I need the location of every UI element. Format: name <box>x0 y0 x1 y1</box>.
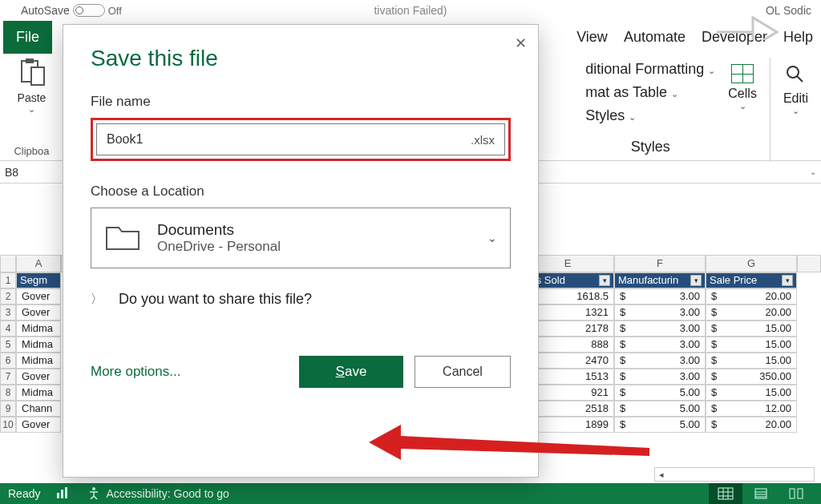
select-all-corner[interactable] <box>0 255 16 272</box>
cell-segment[interactable]: Gover <box>16 288 61 304</box>
name-box[interactable]: B8 <box>0 163 63 181</box>
row-header[interactable]: 10 <box>0 417 16 433</box>
clipboard-group-label: Clipboa <box>14 145 49 157</box>
autosave-label: AutoSave <box>21 4 70 17</box>
col-header-g[interactable]: G <box>706 255 797 272</box>
cell-manufacturing[interactable]: $5.00 <box>614 417 706 433</box>
cell-manufacturing[interactable]: $3.00 <box>614 321 706 337</box>
row-header[interactable]: 8 <box>0 385 16 401</box>
cell-segment[interactable]: Chann <box>16 401 61 417</box>
autosave-state: Off <box>108 5 122 17</box>
editing-label: Editi <box>783 91 808 106</box>
cell-sale-price[interactable]: $15.00 <box>706 353 797 369</box>
cell-manufacturing[interactable]: $5.00 <box>614 385 706 401</box>
filter-icon[interactable]: ▾ <box>690 275 702 286</box>
formula-expand-icon[interactable]: ⌄ <box>805 167 821 176</box>
dialog-title: Save this file <box>91 46 511 71</box>
tab-view[interactable]: View <box>568 29 616 46</box>
tab-help[interactable]: Help <box>775 29 821 46</box>
share-prompt: Do you want to share this file? <box>119 291 312 308</box>
page-break-view-button[interactable] <box>779 483 813 504</box>
row-header[interactable]: 9 <box>0 401 16 417</box>
format-as-table-button[interactable]: mat as Table ⌄ <box>585 81 715 104</box>
location-picker[interactable]: Documents OneDrive - Personal ⌄ <box>91 208 511 268</box>
cell-styles-button[interactable]: Styles ⌄ <box>585 104 715 127</box>
cell-sale-price[interactable]: $15.00 <box>706 385 797 401</box>
location-text: Documents OneDrive - Personal <box>157 221 281 255</box>
normal-view-button[interactable] <box>709 483 742 504</box>
cell-sale-price[interactable]: $12.00 <box>706 401 797 417</box>
row-header[interactable]: 4 <box>0 321 16 337</box>
cell-manufacturing[interactable]: $3.00 <box>614 337 706 353</box>
file-tab[interactable]: File <box>3 21 52 54</box>
cell-segment[interactable]: Gover <box>16 417 61 433</box>
close-button[interactable]: ✕ <box>515 34 527 52</box>
accessibility-text[interactable]: Accessibility: Good to go <box>106 487 229 500</box>
header-cell-sale-price[interactable]: Sale Price▾ <box>706 272 797 288</box>
location-caret-icon[interactable]: ⌄ <box>487 232 497 244</box>
row-header[interactable]: 6 <box>0 353 16 369</box>
editing-button[interactable]: Editi ⌄ <box>783 58 808 116</box>
styles-group-label: Styles <box>585 139 715 155</box>
paste-label: Paste <box>18 91 47 104</box>
cells-button[interactable]: Cells ⌄ <box>728 58 757 111</box>
header-cell-segment[interactable]: Segm <box>16 272 61 288</box>
cell-manufacturing[interactable]: $3.00 <box>614 369 706 385</box>
cell-segment[interactable]: Midma <box>16 385 61 401</box>
cell-sale-price[interactable]: $15.00 <box>706 337 797 353</box>
share-arrow-icon <box>709 0 781 42</box>
filter-icon[interactable]: ▾ <box>782 275 793 286</box>
cell-manufacturing[interactable]: $5.00 <box>614 401 706 417</box>
tab-automate[interactable]: Automate <box>616 29 694 46</box>
scroll-left-icon[interactable]: ◂ <box>655 470 668 480</box>
horizontal-scrollbar[interactable]: ◂ <box>654 467 815 482</box>
cell-sale-price[interactable]: $15.00 <box>706 321 797 337</box>
header-cell-manufacturing[interactable]: Manufacturin▾ <box>614 272 706 288</box>
dialog-footer: More options... Save Cancel <box>91 356 511 388</box>
cells-caret-icon: ⌄ <box>739 101 746 111</box>
cell-manufacturing[interactable]: $3.00 <box>614 304 706 321</box>
cell-manufacturing[interactable]: $3.00 <box>614 353 706 369</box>
filename-label: File name <box>91 94 511 110</box>
page-layout-view-button[interactable] <box>744 483 778 504</box>
cancel-button[interactable]: Cancel <box>415 356 511 388</box>
cell-sale-price[interactable]: $20.00 <box>706 304 797 321</box>
svg-line-4 <box>797 76 803 82</box>
more-options-link[interactable]: More options... <box>91 364 180 380</box>
cell-sale-price[interactable]: $350.00 <box>706 369 797 385</box>
filename-highlight: .xlsx <box>91 118 511 161</box>
accessibility-icon[interactable] <box>87 486 101 502</box>
paste-caret-icon: ⌄ <box>28 104 35 115</box>
autosave-toggle[interactable] <box>73 4 105 17</box>
filename-extension[interactable]: .xlsx <box>471 133 495 147</box>
cell-segment[interactable]: Gover <box>16 369 61 385</box>
row-header[interactable]: 2 <box>0 288 16 304</box>
cell-segment[interactable]: Gover <box>16 304 61 321</box>
row-header[interactable]: 5 <box>0 337 16 353</box>
row-header[interactable]: 3 <box>0 304 16 321</box>
cell-segment[interactable]: Midma <box>16 353 61 369</box>
cell-segment[interactable]: Midma <box>16 337 61 353</box>
row-header[interactable]: 7 <box>0 369 16 385</box>
save-button[interactable]: Save <box>299 356 403 388</box>
share-expander[interactable]: 〉 Do you want to share this file? <box>91 291 511 308</box>
title-bar: AutoSave Off tivation Failed) OL Sodic <box>0 0 821 21</box>
row-header[interactable]: 1 <box>0 272 16 288</box>
cell-sale-price[interactable]: $20.00 <box>706 288 797 304</box>
cells-group: Cells ⌄ <box>715 58 770 162</box>
filename-input[interactable] <box>107 132 471 147</box>
status-bar: Ready Accessibility: Good to go <box>0 483 821 504</box>
magnifier-icon <box>785 64 806 88</box>
col-header-f[interactable]: F <box>614 255 706 272</box>
cell-sale-price[interactable]: $20.00 <box>706 417 797 433</box>
conditional-formatting-button[interactable]: ditional Formatting ⌄ <box>585 58 715 81</box>
location-sub: OneDrive - Personal <box>157 239 281 255</box>
col-header-a[interactable]: A <box>16 255 61 272</box>
filename-field[interactable]: .xlsx <box>96 123 505 155</box>
cell-manufacturing[interactable]: $3.00 <box>614 288 706 304</box>
paste-button[interactable]: Paste ⌄ <box>18 58 47 115</box>
stats-icon[interactable] <box>56 486 71 502</box>
filter-icon[interactable]: ▾ <box>599 275 610 286</box>
cell-segment[interactable]: Midma <box>16 321 61 337</box>
svg-rect-9 <box>718 488 733 499</box>
